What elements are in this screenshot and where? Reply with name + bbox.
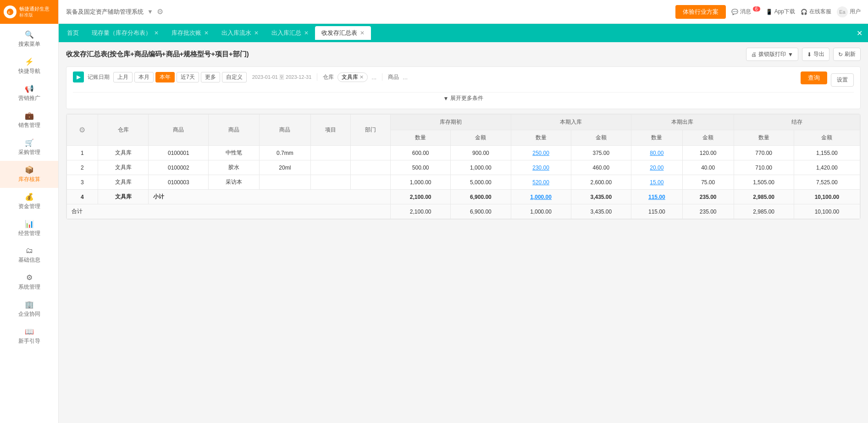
main-area: 装备及固定资产辅助管理系统 ▼ ⚙ 体验行业方案 💬 消息 6 📱 App下载 … — [59, 0, 868, 423]
sidebar-logo: 6 畅捷通好生意 标准版 — [0, 0, 58, 24]
tab-home[interactable]: 首页 — [61, 26, 85, 40]
tab-inout-summary[interactable]: 出入库汇总 ✕ — [265, 26, 315, 40]
app-download-label: App下载 — [774, 8, 795, 16]
btn-7days[interactable]: 近7天 — [177, 72, 199, 82]
print-icon: 🖨 — [751, 51, 757, 58]
tab-receive-summary-close[interactable]: ✕ — [360, 30, 365, 36]
goods-more[interactable]: ... — [403, 74, 408, 81]
logo-text: 畅捷通好生意 — [19, 5, 50, 12]
table-row: 1 文具库 0100001 中性笔 0.7mm 600.00 900.00 25… — [67, 146, 860, 160]
user-avatar[interactable]: Ea 用户 — [837, 6, 861, 17]
print-btn[interactable]: 🖨 拨锁版打印 ▼ — [746, 48, 798, 61]
export-btn[interactable]: ⬇ 导出 — [802, 48, 829, 61]
sidebar-item-quick[interactable]: ⚡ 快捷导航 — [0, 53, 58, 80]
online-service-btn[interactable]: 🎧 在线客服 — [801, 8, 831, 16]
btn-last-month[interactable]: 上月 — [113, 72, 133, 82]
cell-open-amt: 5,000.00 — [451, 175, 511, 190]
btn-current-year[interactable]: 本年 — [155, 72, 175, 82]
sidebar-item-finance[interactable]: 💰 资金管理 — [0, 188, 58, 215]
username: 用户 — [850, 8, 861, 16]
app-title-area: 装备及固定资产辅助管理系统 ▼ ⚙ — [66, 7, 670, 16]
cell-name: 采访本 — [209, 175, 259, 190]
sidebar-label-newbie: 新手引导 — [18, 337, 40, 345]
warehouse-more[interactable]: ... — [371, 74, 376, 81]
th-out-amt: 金额 — [682, 130, 734, 146]
th-project: 项目 — [310, 115, 350, 146]
marketing-icon: 📢 — [25, 84, 34, 93]
tab-inout-flow[interactable]: 出入库流水 ✕ — [215, 26, 265, 40]
tab-stock-dist-close[interactable]: ✕ — [154, 30, 159, 36]
sidebar-item-business[interactable]: 📊 经营管理 — [0, 215, 58, 242]
experience-btn[interactable]: 体验行业方案 — [675, 5, 726, 19]
cell-out-qty[interactable]: 15.00 — [631, 175, 682, 190]
cell-code: 0100001 — [149, 146, 209, 160]
subtotal-out-qty[interactable]: 115.00 — [631, 190, 682, 204]
data-table: ⚙ 仓库 商品 商品 商品 项目 部门 库存期初 本期入库 本期出库 结存 数量 — [66, 114, 860, 219]
filter-divider2 — [382, 73, 382, 81]
cell-out-qty[interactable]: 80.00 — [631, 146, 682, 160]
th-group-balance: 结存 — [734, 115, 860, 130]
sidebar-item-sales[interactable]: 💼 销售管理 — [0, 107, 58, 134]
cell-in-qty[interactable]: 230.00 — [511, 160, 571, 175]
title-dropdown-icon[interactable]: ▼ — [147, 8, 153, 15]
cell-index: 2 — [67, 160, 98, 175]
query-btn[interactable]: 查询 — [801, 71, 827, 84]
th-in-amt: 金额 — [571, 130, 631, 146]
app-title-text: 装备及固定资产辅助管理系统 — [66, 8, 144, 16]
cell-warehouse: 文具库 — [98, 160, 148, 175]
cell-bal-amt: 1,420.00 — [794, 160, 860, 175]
warehouse-tag-close[interactable]: ✕ — [359, 74, 364, 80]
sidebar-item-marketing[interactable]: 📢 营销推广 — [0, 80, 58, 107]
filter-expand-btn[interactable]: ▼ 展开更多条件 — [73, 92, 854, 104]
sidebar-item-enterprise[interactable]: 🏢 企业协同 — [0, 296, 58, 323]
footer-in-qty: 1,000.00 — [511, 204, 571, 219]
tab-inout-flow-close[interactable]: ✕ — [254, 30, 259, 36]
cell-out-amt: 120.00 — [682, 146, 734, 160]
export-icon: ⬇ — [807, 51, 812, 58]
th-settings[interactable]: ⚙ — [67, 115, 98, 146]
sidebar-item-purchase[interactable]: 🛒 采购管理 — [0, 134, 58, 161]
cell-out-qty[interactable]: 20.00 — [631, 160, 682, 175]
cell-in-qty[interactable]: 250.00 — [511, 146, 571, 160]
tabs-close-all[interactable]: ✕ — [853, 27, 866, 39]
finance-icon: 💰 — [25, 192, 34, 201]
filter-collapse-btn[interactable]: ▶ — [73, 71, 84, 82]
sidebar-item-inventory[interactable]: 📦 库存核算 — [0, 161, 58, 188]
sidebar: 6 畅捷通好生意 标准版 🔍 搜索菜单 ⚡ 快捷导航 📢 营销推广 💼 销售管理… — [0, 0, 59, 423]
th-group-in: 本期入库 — [511, 115, 631, 130]
subtotal-in-qty[interactable]: 1,000.00 — [511, 190, 571, 204]
cell-open-qty: 1,000.00 — [391, 175, 451, 190]
notification-btn[interactable]: 💬 消息 6 — [731, 8, 760, 16]
table-settings-icon[interactable]: ⚙ — [79, 126, 85, 134]
filter-right-actions: 查询 设置 — [801, 71, 854, 87]
th-in-qty: 数量 — [511, 130, 571, 146]
sidebar-label-inventory: 库存核算 — [18, 176, 40, 183]
th-group-opening: 库存期初 — [391, 115, 511, 130]
avatar: Ea — [837, 6, 848, 17]
sidebar-item-search[interactable]: 🔍 搜索菜单 — [0, 26, 58, 53]
tab-batch[interactable]: 库存批次账 ✕ — [165, 26, 215, 40]
refresh-btn[interactable]: ↻ 刷新 — [833, 48, 861, 61]
btn-custom[interactable]: 自定义 — [222, 72, 247, 82]
btn-current-month[interactable]: 本月 — [134, 72, 154, 82]
subtotal-open-amt: 6,900.00 — [451, 190, 511, 204]
sidebar-item-system[interactable]: ⚙ 系统管理 — [0, 269, 58, 296]
tab-receive-summary[interactable]: 收发存汇总表 ✕ — [315, 26, 371, 40]
cell-dept — [350, 160, 390, 175]
cell-spec: 20ml — [259, 160, 310, 175]
app-download-btn[interactable]: 📱 App下载 — [766, 8, 795, 16]
tab-stock-dist-label: 现存量（库存分布表） — [92, 29, 151, 37]
sidebar-item-base[interactable]: 🗂 基础信息 — [0, 242, 58, 269]
date-label: 记账日期 — [88, 73, 110, 81]
tab-batch-close[interactable]: ✕ — [204, 30, 209, 36]
cell-project — [310, 146, 350, 160]
sidebar-item-newbie[interactable]: 📖 新手引导 — [0, 323, 58, 350]
content-area: 收发存汇总表(按仓库+商品编码+商品+规格型号+项目+部门) 🖨 拨锁版打印 ▼… — [59, 42, 868, 423]
btn-more[interactable]: 更多 — [201, 72, 220, 82]
tab-stock-dist[interactable]: 现存量（库存分布表） ✕ — [85, 26, 165, 40]
settings-icon[interactable]: ⚙ — [157, 7, 163, 16]
settings-btn[interactable]: 设置 — [831, 73, 854, 87]
cell-in-qty[interactable]: 520.00 — [511, 175, 571, 190]
cell-spec: 0.7mm — [259, 146, 310, 160]
tab-inout-summary-close[interactable]: ✕ — [304, 30, 309, 36]
